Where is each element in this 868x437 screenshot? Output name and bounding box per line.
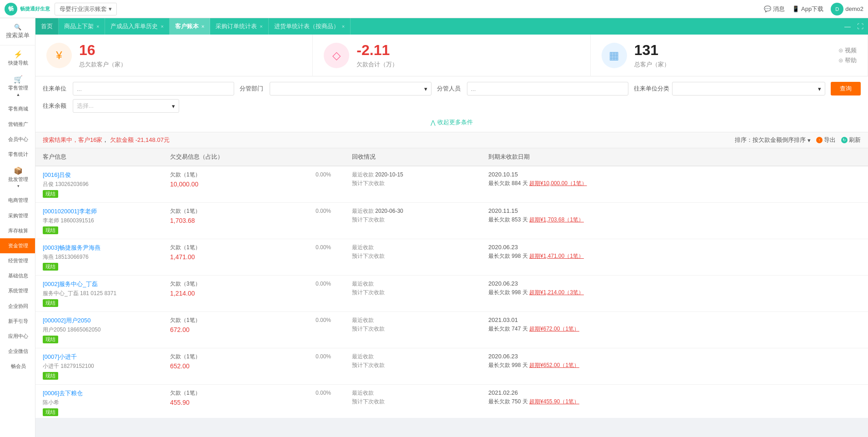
dept-input[interactable]: ▾: [270, 82, 431, 95]
sidebar-item-retail-stat[interactable]: 零售统计: [0, 147, 35, 162]
recovery-cell: 最近收款 预计下次收款: [345, 312, 481, 348]
debt-info-cell: 欠款（3笔） 1,214.00: [163, 276, 308, 312]
customer-name-link[interactable]: [0016]吕俊: [43, 171, 156, 179]
sidebar-item-marketing[interactable]: 营销推广: [0, 117, 35, 132]
sidebar-item-purchase[interactable]: 采购管理: [0, 208, 35, 223]
result-bar: 搜索结果中，客户16家， 欠款金额 -21,148.07元 排序：按欠款金额倒序…: [35, 132, 868, 148]
expand-arrow-icon: ▾: [17, 184, 20, 188]
video-help-btn[interactable]: ⊙ 视频: [838, 46, 857, 55]
overdue-link[interactable]: 超期¥1,471.00（1笔）: [529, 253, 584, 259]
sidebar-item-finance[interactable]: 资金管理: [0, 238, 35, 253]
overdue-days: 最长欠款 750 天 超期¥455.90（1笔）: [488, 398, 861, 406]
sidebar-item-operation[interactable]: 经营管理: [0, 253, 35, 268]
balance-label: 往来余额: [43, 102, 70, 110]
sidebar-item-basic-info[interactable]: 基础信息: [0, 268, 35, 283]
store-selector[interactable]: 母婴行业演示账套 ▾: [55, 3, 117, 15]
sidebar-item-vip[interactable]: 畅会员: [0, 359, 35, 374]
filter-area: 往来单位 ... 分管部门 ▾: [35, 76, 868, 132]
recovery-cell: 最近收款 2020-06-30 预计下次收款: [345, 203, 481, 239]
tab-close-production[interactable]: ×: [161, 24, 163, 29]
customer-name-link[interactable]: [0002]服务中心_丁磊: [43, 280, 156, 288]
sidebar-item-enterprise[interactable]: 企业协同: [0, 299, 35, 314]
tab-minimize-button[interactable]: —: [843, 22, 853, 31]
overdue-link[interactable]: 超期¥672.00（1笔）: [529, 326, 579, 332]
customer-tag: 现结: [43, 226, 58, 234]
user-profile[interactable]: D demo2: [831, 3, 863, 15]
total-customers-label: 总客户（家）: [634, 60, 670, 69]
search-button[interactable]: 查询: [831, 82, 861, 95]
debt-info-cell: 欠款（1笔） 10,000.00: [163, 166, 308, 203]
overdue-link[interactable]: 超期¥652.00（1笔）: [529, 362, 579, 368]
debt-amount: 1,214.00: [170, 290, 301, 297]
production-tab-label: 产成品入库单历史: [110, 22, 158, 30]
sidebar-item-retail-store[interactable]: 零售商城: [0, 101, 35, 116]
recovery-cell: 最近收款 预计下次收款: [345, 239, 481, 276]
stat-card-total-customers: ▦ 131 总客户（家） ⊙ 视频 ⊙ 帮助: [591, 35, 868, 76]
sidebar-item-batch-mgmt[interactable]: 📦 批发管理 ▾: [0, 162, 35, 193]
refresh-icon: ↻: [841, 137, 848, 143]
debt-count: 欠款（3笔）: [170, 280, 301, 288]
customer-name-link[interactable]: [0001020001]李老师: [43, 207, 156, 216]
sidebar-item-retail-mgmt[interactable]: 🛒 零售管理 ▲: [0, 70, 35, 101]
col-debt-pct: [308, 148, 345, 166]
tab-purchase-order[interactable]: 采购订单统计表 ×: [210, 18, 268, 35]
customer-contact: 陈小希: [43, 399, 156, 407]
customer-name-link[interactable]: [0003]畅捷服务尹海燕: [43, 244, 156, 252]
overdue-link[interactable]: 超期¥455.90（1笔）: [529, 398, 579, 405]
customer-tag: 现结: [43, 372, 58, 380]
stats-row: ¥ 16 总欠款客户（家） ◇ -2.11 欠款合计（万）: [35, 35, 868, 76]
tab-close-purchase-order[interactable]: ×: [260, 24, 262, 29]
table-row: [0001020001]李老师 李老师 18600391516 现结 欠款（1笔…: [35, 203, 868, 239]
tab-close-customer-account[interactable]: ×: [201, 24, 204, 29]
overdue-link[interactable]: 超期¥10,000.00（1笔）: [529, 180, 587, 186]
customer-name-link[interactable]: [000002]用户2050: [43, 316, 156, 325]
person-input[interactable]: ...: [467, 82, 628, 95]
export-button[interactable]: ↑ 导出: [816, 136, 836, 144]
customer-name-link[interactable]: [0007]小进千: [43, 353, 156, 361]
from-unit-input[interactable]: ...: [73, 82, 234, 95]
overdue-days: 最长欠款 884 天 超期¥10,000.00（1笔）: [488, 180, 861, 187]
chevron-down-icon: ▾: [109, 5, 112, 12]
tab-home[interactable]: 首页: [35, 18, 59, 35]
tab-inbound-stat[interactable]: 进货单统计表（按商品） ×: [269, 18, 351, 35]
refresh-button[interactable]: ↻ 刷新: [841, 136, 861, 144]
sidebar-item-inventory[interactable]: 库存核算: [0, 223, 35, 238]
customer-info-cell: [0003]畅捷服务尹海燕 海燕 18513066976 现结: [35, 239, 163, 276]
tab-products[interactable]: 商品上下架 ×: [59, 18, 105, 35]
table-row: [000002]用户2050 用户2050 18665062050 现结 欠款（…: [35, 312, 868, 348]
tab-customer-account[interactable]: 客户账本 ×: [170, 18, 210, 35]
search-menu-button[interactable]: 🔍 搜索菜单: [3, 22, 32, 41]
overdue-link[interactable]: 超期¥1,703.68（1笔）: [529, 216, 584, 223]
customer-tag: 现结: [43, 299, 58, 307]
overdue-link[interactable]: 超期¥1,214.00（3笔）: [529, 289, 584, 296]
sidebar-item-system[interactable]: 系统管理: [0, 283, 35, 298]
unit-category-input[interactable]: ▾: [672, 82, 825, 95]
sidebar-item-ecommerce[interactable]: 电商管理: [0, 193, 35, 208]
customer-name-link[interactable]: [0006]去下粮仓: [43, 389, 156, 397]
tab-maximize-button[interactable]: ⛶: [855, 22, 865, 31]
debt-amount: 455.90: [170, 399, 301, 406]
customer-tag: 现结: [43, 336, 58, 343]
sidebar-item-new-guide[interactable]: 新手引导: [0, 314, 35, 329]
sidebar-item-quick-nav[interactable]: ⚡ 快捷导航: [0, 45, 35, 70]
sidebar-item-wecom[interactable]: 企业微信: [0, 344, 35, 359]
tab-close-inbound-stat[interactable]: ×: [342, 24, 345, 29]
filter-row-1: 往来单位 ... 分管部门 ▾: [43, 82, 861, 95]
debt-pct-cell: 0.00%: [308, 203, 345, 239]
sort-select[interactable]: 排序：按欠款金额倒序排序 ▾: [735, 136, 811, 144]
overdue-days: 最长欠款 998 天 超期¥652.00（1笔）: [488, 362, 861, 369]
collapse-button[interactable]: ⋀ 收起更多条件: [43, 116, 861, 128]
message-button[interactable]: 💬 消息: [764, 5, 785, 13]
sidebar-item-member[interactable]: 会员中心: [0, 132, 35, 147]
sidebar-item-app-center[interactable]: 应用中心: [0, 329, 35, 344]
top-bar-right: 💬 消息 📱 App下载 D demo2: [764, 3, 863, 15]
sidebar-search-area: 🔍 搜索菜单: [0, 18, 35, 45]
customer-info-cell: [0001020001]李老师 李老师 18600391516 现结: [35, 203, 163, 239]
last-payment-date: 2020-06-30: [375, 208, 403, 214]
tab-close-products[interactable]: ×: [96, 24, 99, 29]
app-download-button[interactable]: 📱 App下载: [792, 5, 823, 13]
balance-input[interactable]: 选择... ▾: [73, 99, 179, 113]
unit-category-filter: 往来单位分类 ▾: [634, 82, 825, 95]
help-btn[interactable]: ⊙ 帮助: [838, 56, 857, 65]
tab-production[interactable]: 产成品入库单历史 ×: [105, 18, 169, 35]
